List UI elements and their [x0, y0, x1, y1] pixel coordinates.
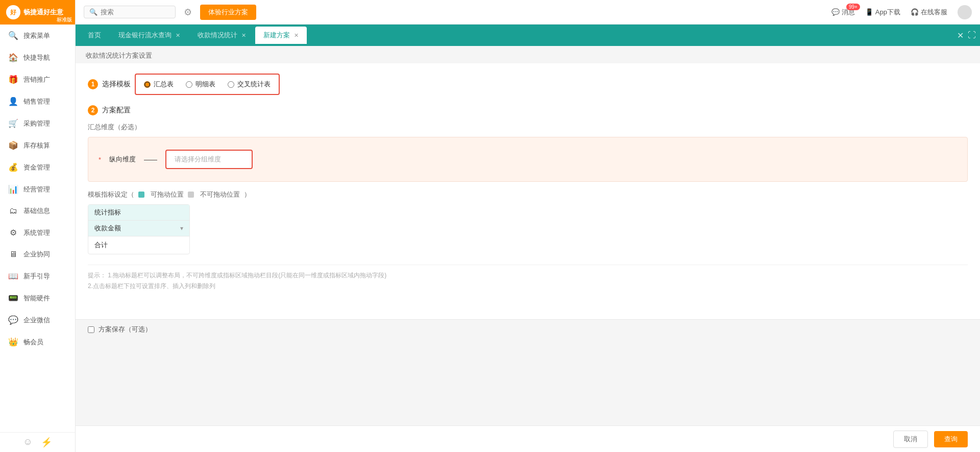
- chart-icon: 📊: [8, 184, 18, 194]
- tab-collect-stat[interactable]: 收款情况统计 ✕: [189, 27, 254, 44]
- main-area: 🔍 ⚙ 体验行业方案 💬 消息 99+ 📱 App下载 🎧 在线客服 首页: [76, 0, 980, 452]
- box-icon: 📦: [8, 140, 18, 150]
- tabbar-actions: ✕ ⛶: [957, 31, 976, 40]
- step1-number: 1: [88, 79, 98, 89]
- step2-number: 2: [88, 105, 98, 115]
- crown-icon: 👑: [8, 337, 18, 347]
- gear-icon: ⚙: [8, 228, 18, 237]
- tips-section: 提示： 1.拖动标题栏可以调整布局，不可跨维度或指标区域拖动栏目段(只能在同一维…: [88, 265, 968, 299]
- topbar: 🔍 ⚙ 体验行业方案 💬 消息 99+ 📱 App下载 🎧 在线客服: [76, 0, 980, 25]
- step1-section: 1 选择模板 汇总表 明细表 交叉统计表: [88, 74, 968, 95]
- gift-icon: 🎁: [8, 75, 18, 84]
- download-icon: 📱: [865, 8, 873, 16]
- template-radio-summary[interactable]: [144, 81, 151, 88]
- metrics-config: 模板指标设定（ 可拖动位置 不可拖动位置 ） 统计指标 收款金额 ▾: [88, 190, 968, 254]
- required-star: *: [99, 156, 101, 163]
- vertical-dimension-label: 纵向维度: [109, 155, 136, 164]
- metrics-table: 统计指标 收款金额 ▾ 合计: [88, 204, 190, 254]
- metric-dropdown-icon[interactable]: ▾: [180, 225, 183, 232]
- notification-item[interactable]: 💬 消息 99+: [831, 8, 855, 17]
- tab-close-bank-flow[interactable]: ✕: [176, 32, 180, 39]
- step1-label: 选择模板: [102, 80, 131, 89]
- template-radio-cross[interactable]: [228, 81, 234, 88]
- sidebar-logo: 好 畅捷通好生意 标准版: [0, 0, 75, 25]
- tab-close-window-button[interactable]: ✕: [957, 31, 964, 40]
- sidebar-bottom-icon-left[interactable]: ☺: [23, 437, 32, 448]
- bottom-bar: 取消 查询: [76, 425, 980, 452]
- tab-maximize-button[interactable]: ⛶: [968, 31, 976, 40]
- metrics-total-row: 合计: [88, 236, 189, 254]
- notification-badge: 99+: [846, 4, 860, 10]
- metrics-table-header: 统计指标: [88, 205, 189, 221]
- query-button[interactable]: 查询: [934, 431, 968, 447]
- save-checkbox[interactable]: [88, 326, 94, 333]
- topbar-search-box[interactable]: 🔍: [84, 6, 176, 18]
- dimension-selector[interactable]: 请选择分组维度: [165, 150, 253, 169]
- topbar-right: 💬 消息 99+ 📱 App下载 🎧 在线客服: [831, 5, 972, 19]
- sidebar-item-enterprise[interactable]: 🖥 企业协同: [0, 244, 75, 265]
- version-badge: 标准版: [57, 16, 72, 23]
- cancel-button[interactable]: 取消: [893, 431, 928, 448]
- monitor-icon: 🖥: [8, 250, 18, 259]
- sidebar-item-smart-hw[interactable]: 📟 智能硬件: [0, 287, 75, 309]
- sidebar-bottom-icon-right[interactable]: ⚡: [41, 437, 52, 448]
- save-option-label[interactable]: 方案保存（可选）: [99, 325, 152, 334]
- tab-home[interactable]: 首页: [80, 27, 109, 44]
- draggable-indicator: [138, 192, 144, 198]
- online-support-item[interactable]: 🎧 在线客服: [911, 8, 947, 17]
- dimension-row: * 纵向维度 —— 请选择分组维度: [99, 150, 957, 169]
- headset-icon: 🎧: [911, 8, 919, 16]
- sidebar-item-sales[interactable]: 👤 销售管理: [0, 90, 75, 112]
- settings-gear-icon[interactable]: ⚙: [184, 7, 192, 18]
- tab-bank-flow[interactable]: 现金银行流水查询 ✕: [110, 27, 188, 44]
- metrics-col-header[interactable]: 收款金额 ▾: [88, 221, 189, 236]
- trial-button[interactable]: 体验行业方案: [200, 5, 256, 20]
- money-icon: 💰: [8, 162, 18, 172]
- template-radio-detail[interactable]: [186, 81, 192, 88]
- book-icon: 📖: [8, 271, 18, 281]
- sidebar-item-member[interactable]: 👑 畅会员: [0, 331, 75, 353]
- template-option-detail[interactable]: 明细表: [186, 80, 215, 89]
- metrics-label: 模板指标设定（ 可拖动位置 不可拖动位置 ）: [88, 190, 968, 199]
- sidebar-item-purchase[interactable]: 🛒 采购管理: [0, 112, 75, 134]
- sidebar-item-wechat[interactable]: 💬 企业微信: [0, 309, 75, 331]
- search-input[interactable]: [101, 8, 162, 16]
- sidebar-item-operation[interactable]: 📊 经营管理: [0, 178, 75, 200]
- tab-close-new-plan[interactable]: ✕: [294, 32, 299, 39]
- sidebar-item-search-menu[interactable]: 🔍 搜索菜单: [0, 25, 75, 46]
- dimension-section-label: 汇总维度（必选）: [88, 123, 968, 132]
- step2-section: 2 方案配置 汇总维度（必选） * 纵向维度 —— 请选择分组维度: [88, 105, 968, 299]
- cart-icon: 🛒: [8, 118, 18, 128]
- sidebar-bottom: ☺ ⚡: [0, 432, 75, 452]
- sidebar: 好 畅捷通好生意 标准版 🔍 搜索菜单 🏠 快捷导航 🎁 营销推广 👤 销售管理…: [0, 0, 76, 452]
- home-icon: 🏠: [8, 53, 18, 62]
- template-option-summary[interactable]: 汇总表: [144, 80, 174, 89]
- template-option-cross[interactable]: 交叉统计表: [228, 80, 271, 89]
- sidebar-item-finance[interactable]: 💰 资金管理: [0, 156, 75, 178]
- user-avatar[interactable]: [958, 5, 972, 19]
- sidebar-item-basic-info[interactable]: 🗂 基础信息: [0, 200, 75, 222]
- device-icon: 📟: [8, 293, 18, 303]
- folder-icon: 🗂: [8, 206, 18, 216]
- tab-close-collect-stat[interactable]: ✕: [241, 32, 246, 39]
- tip2: 2.点击标题栏下拉可设置排序、插入列和删除列: [88, 282, 968, 291]
- tab-new-plan[interactable]: 新建方案 ✕: [255, 27, 307, 44]
- page-breadcrumb: 收款情况统计方案设置: [76, 46, 980, 63]
- app-download-item[interactable]: 📱 App下载: [865, 8, 900, 17]
- sidebar-item-system[interactable]: ⚙ 系统管理: [0, 222, 75, 244]
- wechat-icon: 💬: [8, 315, 18, 325]
- sidebar-item-inventory[interactable]: 📦 库存核算: [0, 134, 75, 156]
- sidebar-item-quick-nav[interactable]: 🏠 快捷导航: [0, 46, 75, 68]
- dimension-arrow: ——: [144, 156, 157, 163]
- non-draggable-indicator: [188, 192, 194, 198]
- sidebar-item-guide[interactable]: 📖 新手引导: [0, 265, 75, 287]
- user-icon: 👤: [8, 97, 18, 106]
- topbar-search-icon: 🔍: [89, 8, 97, 16]
- step2-label: 方案配置: [102, 106, 131, 115]
- save-option-bar: 方案保存（可选）: [76, 319, 980, 339]
- template-options-box: 汇总表 明细表 交叉统计表: [135, 74, 280, 95]
- content-area: 收款情况统计方案设置 1 选择模板 汇总表 明细表: [76, 46, 980, 452]
- sidebar-item-marketing[interactable]: 🎁 营销推广: [0, 68, 75, 90]
- logo-icon: 好: [6, 5, 20, 19]
- step2-header: 2 方案配置: [88, 105, 968, 115]
